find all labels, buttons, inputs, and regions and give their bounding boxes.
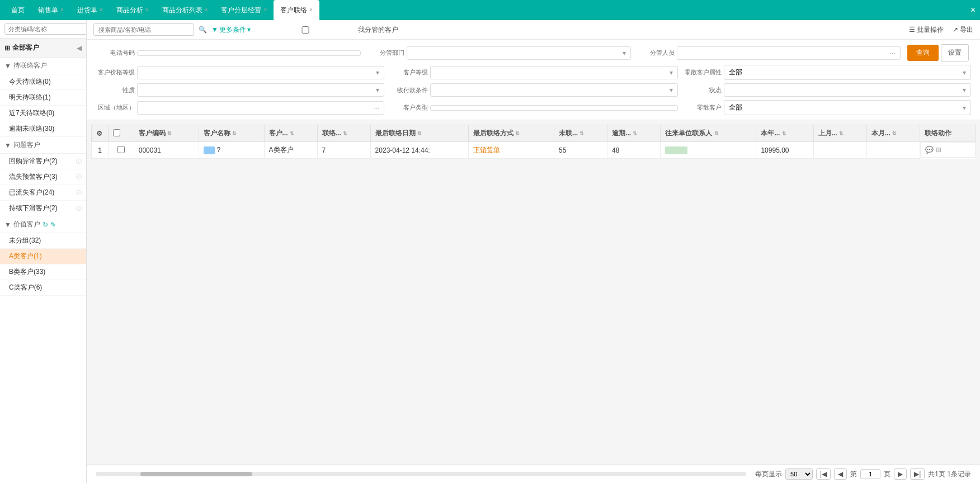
phone-input[interactable] bbox=[137, 50, 361, 56]
col-last-month[interactable]: 上月... ⇅ bbox=[813, 125, 866, 142]
person-input[interactable]: ··· bbox=[677, 46, 901, 60]
item-label: 今天待联络(0) bbox=[9, 77, 51, 87]
dept-select[interactable]: ▾ bbox=[407, 46, 630, 60]
batch-op-button[interactable]: ☰ 批量操作 bbox=[909, 25, 944, 35]
retail-arrow: ▾ bbox=[963, 104, 966, 112]
nature-select[interactable]: ▾ bbox=[137, 83, 384, 97]
refresh-icon[interactable]: ↻ bbox=[43, 221, 48, 229]
status-select[interactable]: ▾ bbox=[724, 83, 971, 97]
prev-page-button[interactable]: ◀ bbox=[834, 468, 847, 480]
first-page-button[interactable]: |◀ bbox=[816, 468, 831, 480]
sidebar-item-7days[interactable]: 近7天待联络(0) bbox=[0, 106, 86, 121]
my-customers-label: 我分管的客户 bbox=[358, 25, 398, 35]
item-label: 已流失客户(24) bbox=[9, 188, 54, 197]
sidebar-item-today[interactable]: 今天待联络(0) bbox=[0, 74, 86, 90]
col-contact-count[interactable]: 联络... ⇅ bbox=[317, 125, 370, 142]
payment-select[interactable]: ▾ bbox=[430, 83, 677, 97]
close-customer-contact-tab[interactable]: × bbox=[309, 0, 313, 20]
region-input[interactable]: ··· bbox=[137, 101, 384, 115]
col-this-month[interactable]: 本月... ⇅ bbox=[866, 125, 920, 142]
col-checkbox[interactable] bbox=[109, 125, 134, 142]
scrollbar-thumb[interactable] bbox=[140, 472, 252, 476]
sidebar-item-declining[interactable]: 持续下滑客户(2) ⓘ bbox=[0, 201, 86, 216]
section-pending-contact[interactable]: ▼ 待联络客户 bbox=[0, 58, 86, 74]
nav-tab-customer-mgmt[interactable]: 客户分层经营 × bbox=[214, 0, 274, 20]
close-sales-tab[interactable]: × bbox=[60, 0, 64, 20]
filter-arrow: ▾ bbox=[247, 26, 251, 34]
cell-last-method[interactable]: 下销货单 bbox=[469, 142, 554, 159]
sidebar-item-class-c[interactable]: C类客户(6) bbox=[0, 280, 86, 296]
filter-bar: 🔍 ▼ 更多条件 ▾ 我分管的客户 ☰ 批量操作 ↗ 导出 bbox=[87, 20, 980, 40]
tab-label-customer-mgmt: 客户分层经营 bbox=[221, 0, 261, 20]
cell-this-month bbox=[866, 142, 920, 159]
cell-action[interactable]: 💬 ⊞ bbox=[920, 142, 976, 158]
nav-tab-purchase[interactable]: 进货单 × bbox=[70, 0, 110, 20]
customer-type-input[interactable] bbox=[430, 105, 677, 111]
section-value-customers[interactable]: ▼ 价值客户 ↻ ✎ bbox=[0, 216, 86, 233]
top-navigation: 首页 销售单 × 进货单 × 商品分析 × 商品分析列表 × 客户分层经营 × … bbox=[0, 0, 980, 20]
nav-home[interactable]: 首页 bbox=[4, 0, 31, 20]
nav-tab-customer-contact[interactable]: 客户联络 × bbox=[274, 0, 319, 20]
section-problem-customers[interactable]: ▼ 问题客户 bbox=[0, 137, 86, 154]
setting-button[interactable]: 设置 bbox=[941, 44, 969, 61]
nav-tab-analysis[interactable]: 商品分析 × bbox=[110, 0, 156, 20]
col-contact-person[interactable]: 往来单位联系人 ⇅ bbox=[661, 125, 756, 142]
sidebar-item-repurchase-abnormal[interactable]: 回购异常客户(2) ⓘ bbox=[0, 154, 86, 169]
person-label: 分管人员 bbox=[635, 49, 675, 57]
sidebar-item-ungrouped[interactable]: 未分组(32) bbox=[0, 233, 86, 249]
col-action[interactable]: 联络动作 bbox=[920, 125, 975, 142]
window-close-button[interactable]: × bbox=[970, 5, 976, 15]
sidebar-item-loss-warning[interactable]: 流失预警客户(3) ⓘ bbox=[0, 169, 86, 185]
sidebar-search-input[interactable] bbox=[4, 23, 87, 35]
col-last-date[interactable]: 最后联络日期 ⇅ bbox=[370, 125, 468, 142]
col-last-method[interactable]: 最后联络方式 ⇅ bbox=[469, 125, 554, 142]
item-label: A类客户(1) bbox=[9, 252, 42, 261]
customer-level-select[interactable]: ▾ bbox=[430, 66, 677, 79]
sidebar-item-class-b[interactable]: B类客户(33) bbox=[0, 264, 86, 280]
filter-icon: ▼ bbox=[211, 26, 218, 34]
col-gear[interactable]: ⚙ bbox=[92, 125, 109, 142]
sidebar-item-lost[interactable]: 已流失客户(24) ⓘ bbox=[0, 185, 86, 201]
my-customers-checkbox[interactable] bbox=[255, 26, 356, 34]
close-analysis-tab[interactable]: × bbox=[145, 0, 149, 20]
col-level[interactable]: 客户... ⇅ bbox=[264, 125, 317, 142]
more-filter-button[interactable]: ▼ 更多条件 ▾ bbox=[211, 25, 251, 35]
cell-unlink-days: 55 bbox=[554, 142, 607, 159]
item-label: 明天待联络(1) bbox=[9, 93, 51, 102]
query-button[interactable]: 查询 bbox=[907, 45, 939, 61]
action-grid-icon[interactable]: ⊞ bbox=[936, 146, 941, 154]
retail-select[interactable]: 全部 ▾ bbox=[724, 100, 971, 115]
sidebar-item-tomorrow[interactable]: 明天待联络(1) bbox=[0, 90, 86, 106]
export-button[interactable]: ↗ 导出 bbox=[953, 25, 973, 35]
col-name[interactable]: 客户名称 ⇅ bbox=[199, 125, 264, 142]
row-checkbox[interactable] bbox=[117, 146, 125, 153]
sidebar-item-class-a[interactable]: A类客户(1) bbox=[0, 249, 86, 264]
retail-prop-select[interactable]: 全部 ▾ bbox=[724, 65, 971, 80]
nav-tab-analysis-list[interactable]: 商品分析列表 × bbox=[156, 0, 215, 20]
nav-tab-sales[interactable]: 销售单 × bbox=[31, 0, 70, 20]
last-page-button[interactable]: ▶| bbox=[910, 468, 925, 480]
sidebar-collapse-icon[interactable]: ◀ bbox=[77, 44, 82, 52]
item-label: 未分组(32) bbox=[9, 236, 41, 245]
edit-icon[interactable]: ✎ bbox=[50, 221, 56, 229]
action-chat-icon[interactable]: 💬 bbox=[925, 146, 934, 154]
close-purchase-tab[interactable]: × bbox=[100, 0, 103, 20]
next-page-button[interactable]: ▶ bbox=[894, 468, 907, 480]
select-all-checkbox[interactable] bbox=[113, 129, 120, 136]
col-this-year[interactable]: 本年... ⇅ bbox=[756, 125, 813, 142]
col-unlink-days[interactable]: 未联... ⇅ bbox=[554, 125, 607, 142]
cell-checkbox[interactable] bbox=[109, 142, 134, 159]
per-page-select[interactable]: 50 100 bbox=[785, 468, 813, 480]
sidebar-all-customers-header[interactable]: ⊞ 全部客户 ◀ bbox=[0, 39, 86, 58]
close-analysis-list-tab[interactable]: × bbox=[205, 0, 208, 20]
search-input[interactable] bbox=[93, 23, 194, 36]
search-button[interactable]: 🔍 bbox=[199, 26, 207, 34]
sidebar-item-overdue[interactable]: 逾期未联络(30) bbox=[0, 121, 86, 137]
close-customer-mgmt-tab[interactable]: × bbox=[263, 0, 267, 20]
col-overdue[interactable]: 逾期... ⇅ bbox=[607, 125, 661, 142]
page-input[interactable] bbox=[860, 469, 880, 479]
last-method-link[interactable]: 下销货单 bbox=[473, 146, 500, 154]
item-label: 持续下滑客户(2) bbox=[9, 203, 58, 213]
price-level-select[interactable]: ▾ bbox=[137, 66, 384, 79]
col-code[interactable]: 客户编码 ⇅ bbox=[134, 125, 199, 142]
